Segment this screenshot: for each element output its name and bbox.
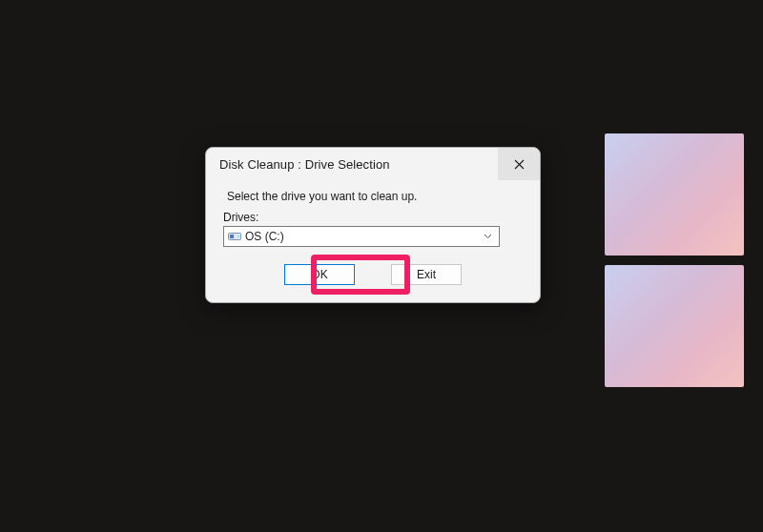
ok-button[interactable]: OK (284, 264, 355, 285)
instruction-text: Select the drive you want to clean up. (227, 190, 519, 203)
windows-logo (605, 133, 744, 387)
exit-button-label: Exit (417, 268, 436, 281)
windows-logo-tile (605, 133, 744, 256)
dialog-body: Select the drive you want to clean up. D… (206, 180, 540, 302)
drives-label: Drives: (223, 211, 519, 224)
svg-point-4 (237, 235, 239, 237)
dialog-titlebar: Disk Cleanup : Drive Selection (206, 148, 540, 180)
dialog-title: Disk Cleanup : Drive Selection (206, 157, 498, 172)
drive-icon (228, 231, 241, 242)
windows-logo-tile (605, 265, 744, 387)
disk-cleanup-dialog: Disk Cleanup : Drive Selection Select th… (205, 147, 541, 303)
ok-button-label: OK (311, 268, 327, 281)
dialog-buttons: OK Exit (227, 264, 519, 285)
svg-rect-3 (230, 235, 234, 238)
exit-button[interactable]: Exit (391, 264, 462, 285)
close-icon (514, 159, 525, 170)
chevron-down-icon (480, 234, 495, 239)
drive-select[interactable]: OS (C:) (223, 226, 500, 247)
close-button[interactable] (498, 148, 540, 180)
drive-select-value: OS (C:) (245, 230, 476, 243)
